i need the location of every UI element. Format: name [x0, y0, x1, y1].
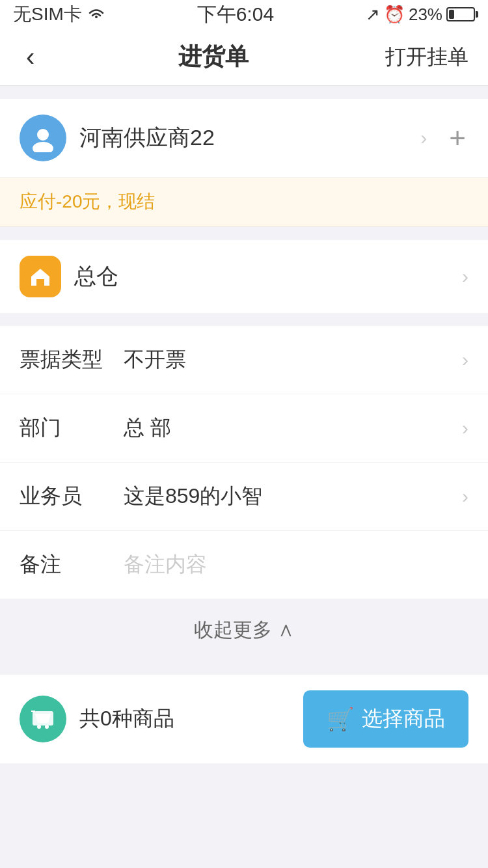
battery-percent: 23%: [409, 5, 442, 25]
invoice-label: 票据类型: [20, 346, 111, 374]
department-label: 部门: [20, 414, 111, 442]
status-left: 无SIM卡: [13, 2, 105, 27]
status-bar: 无SIM卡 下午6:04 ↗ ⏰ 23%: [0, 0, 488, 29]
supplier-name: 河南供应商22: [79, 123, 420, 153]
svg-point-5: [45, 725, 49, 729]
invoice-chevron-icon: ›: [462, 349, 468, 371]
department-chevron-icon: ›: [462, 417, 468, 439]
supplier-card: 河南供应商22 › + 应付-20元，现结: [0, 99, 488, 226]
warehouse-card[interactable]: 总仓 ›: [0, 240, 488, 313]
warehouse-row[interactable]: 总仓 ›: [0, 240, 488, 313]
open-pending-button[interactable]: 打开挂单: [385, 43, 468, 72]
collapse-button[interactable]: 收起更多 ∧: [0, 599, 488, 662]
goods-count-label: 共0种商品: [79, 705, 290, 733]
nav-bar: ‹ 进货单 打开挂单: [0, 29, 488, 86]
invoice-value: 不开票: [111, 346, 455, 374]
department-value: 总 部: [111, 414, 455, 442]
supplier-row[interactable]: 河南供应商22 › +: [0, 99, 488, 178]
back-button[interactable]: ‹: [20, 36, 41, 78]
section-gap-1: [0, 86, 488, 99]
select-goods-button[interactable]: 🛒 选择商品: [303, 690, 468, 748]
notice-text: 应付-20元，现结: [20, 191, 155, 211]
avatar-icon: [29, 124, 57, 152]
warehouse-svg: [29, 265, 52, 288]
form-section: 票据类型 不开票 › 部门 总 部 › 业务员 这是859的小智 › 备注 备注…: [0, 326, 488, 599]
status-right: ↗ ⏰ 23%: [366, 5, 475, 25]
remark-label: 备注: [20, 550, 111, 579]
carrier-label: 无SIM卡: [13, 2, 82, 27]
invoice-row[interactable]: 票据类型 不开票 ›: [0, 326, 488, 394]
time-label: 下午6:04: [197, 1, 274, 28]
svg-point-0: [37, 129, 49, 141]
add-supplier-button[interactable]: +: [446, 122, 468, 154]
page-title: 进货单: [178, 41, 249, 73]
remark-input[interactable]: 备注内容: [111, 550, 468, 579]
salesman-value: 这是859的小智: [111, 482, 455, 511]
svg-point-1: [33, 142, 53, 152]
salesman-chevron-icon: ›: [462, 485, 468, 508]
location-icon: ↗: [366, 5, 380, 25]
remark-row[interactable]: 备注 备注内容: [0, 531, 488, 599]
select-goods-icon: 🛒: [327, 706, 354, 732]
alarm-icon: ⏰: [384, 5, 405, 25]
department-row[interactable]: 部门 总 部 ›: [0, 394, 488, 463]
warehouse-icon: [20, 256, 61, 297]
warehouse-chevron-icon: ›: [462, 265, 468, 288]
bottom-bar: 共0种商品 🛒 选择商品: [0, 675, 488, 763]
battery-icon: [446, 7, 475, 21]
salesman-label: 业务员: [20, 482, 111, 511]
cart-icon: [30, 706, 56, 732]
select-goods-label: 选择商品: [362, 705, 445, 733]
supplier-avatar: [20, 115, 66, 161]
svg-rect-2: [36, 279, 44, 286]
supplier-chevron-icon: ›: [420, 127, 427, 149]
section-gap-2: [0, 227, 488, 240]
svg-point-4: [37, 725, 41, 729]
wifi-icon: [87, 8, 105, 21]
goods-icon: [20, 696, 66, 742]
salesman-row[interactable]: 业务员 这是859的小智 ›: [0, 463, 488, 531]
notice-bar: 应付-20元，现结: [0, 178, 488, 226]
warehouse-name: 总仓: [74, 262, 462, 292]
page-bottom: [0, 763, 488, 868]
